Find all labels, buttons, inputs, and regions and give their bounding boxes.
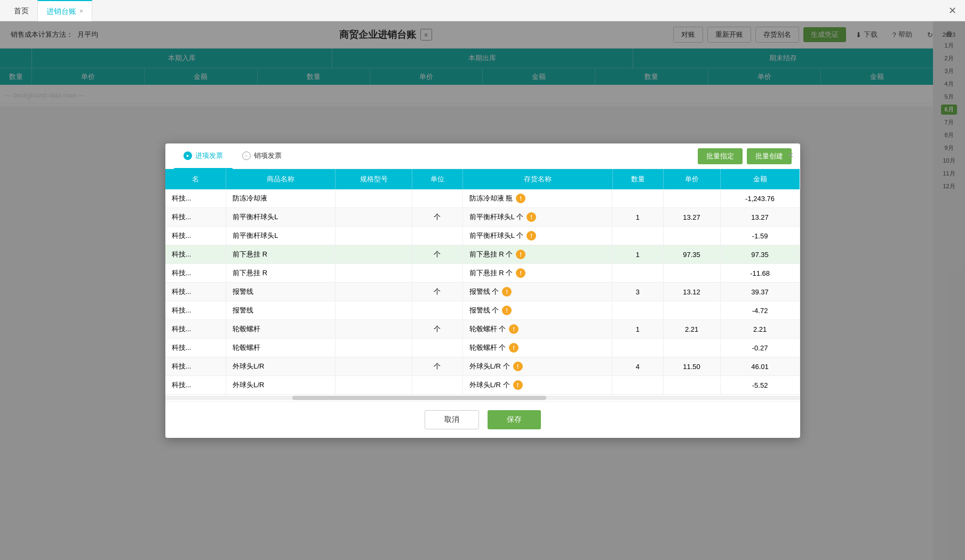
- top-bar: 首页 进销台账 × ✕: [0, 0, 965, 21]
- scrollbar-thumb[interactable]: [292, 396, 546, 400]
- table-row[interactable]: 科技...外球头L/R个外球头L/R 个!411.5046.01: [165, 357, 800, 376]
- col-product: 商品名称: [226, 169, 336, 189]
- tab-close-icon[interactable]: ×: [79, 1, 83, 22]
- table-row[interactable]: 科技...轮毂螺杆个轮毂螺杆 个!12.212.21: [165, 320, 800, 339]
- modal-tabs: ● 进项发票 ○ 销项发票: [174, 143, 291, 169]
- col-quantity: 数量: [612, 169, 663, 189]
- invoice-table: 名 商品名称 规格型号 单位 存货名称 数量 单价 金额 科技...防冻冷却液防…: [165, 169, 800, 395]
- main-content: 销售成本计算方法： 月平均 商贸企业进销台账 ≡ 对账 重新开账 存货别名 生成…: [0, 21, 965, 560]
- warning-icon: !: [527, 231, 536, 241]
- col-inventory: 存货名称: [462, 169, 612, 189]
- table-row[interactable]: 科技...前平衡杆球头L前平衡杆球头L 个!-1.59: [165, 227, 800, 245]
- incoming-tab-label: 进项发票: [195, 143, 223, 169]
- window-close-button[interactable]: ✕: [948, 5, 956, 17]
- table-row[interactable]: 科技...外球头L/R外球头L/R 个!-5.52: [165, 376, 800, 395]
- modal-overlay: ● 进项发票 ○ 销项发票 批量指定 批量创建 ×: [0, 21, 965, 560]
- modal-footer: 取消 保存: [165, 401, 800, 438]
- col-name: 名: [165, 169, 226, 189]
- warning-icon: !: [509, 324, 519, 334]
- table-row[interactable]: 科技...防冻冷却液防冻冷却液 瓶!-1,243.76: [165, 189, 800, 208]
- cancel-button[interactable]: 取消: [425, 410, 479, 429]
- active-tab-label: 进销台账: [46, 1, 76, 22]
- tab-home[interactable]: 首页: [5, 0, 37, 21]
- warning-icon: !: [502, 287, 512, 297]
- modal-close-button[interactable]: ×: [788, 150, 794, 161]
- warning-icon: !: [513, 380, 523, 390]
- warning-icon: !: [527, 212, 536, 222]
- warning-icon: !: [516, 250, 525, 259]
- horizontal-scrollbar[interactable]: [165, 396, 800, 400]
- table-row[interactable]: 科技...前下悬挂 R前下悬挂 R 个!-11.68: [165, 264, 800, 283]
- table-row[interactable]: 科技...报警线报警线 个!-4.72: [165, 301, 800, 320]
- warning-icon: !: [516, 268, 525, 278]
- warning-icon: !: [513, 362, 523, 371]
- table-row[interactable]: 科技...前平衡杆球头L个前平衡杆球头L 个!113.2713.27: [165, 208, 800, 227]
- warning-icon: !: [516, 194, 525, 203]
- outgoing-tab-label: 销项发票: [254, 143, 282, 169]
- col-unitprice: 单价: [663, 169, 720, 189]
- modal-header: ● 进项发票 ○ 销项发票 批量指定 批量创建 ×: [165, 143, 800, 169]
- table-row[interactable]: 科技...前下悬挂 R个前下悬挂 R 个!197.3597.35: [165, 245, 800, 264]
- modal-table-container[interactable]: 名 商品名称 规格型号 单位 存货名称 数量 单价 金额 科技...防冻冷却液防…: [165, 169, 800, 401]
- tab-outgoing-invoice[interactable]: ○ 销项发票: [233, 143, 291, 169]
- tab-active[interactable]: 进销台账 ×: [37, 0, 92, 21]
- col-amount: 金额: [720, 169, 800, 189]
- warning-icon: !: [502, 306, 512, 315]
- batch-create-button[interactable]: 批量创建: [747, 148, 792, 164]
- col-unit: 单位: [412, 169, 462, 189]
- col-spec: 规格型号: [336, 169, 412, 189]
- batch-assign-button[interactable]: 批量指定: [698, 148, 743, 164]
- incoming-tab-icon: ●: [184, 151, 192, 160]
- save-button[interactable]: 保存: [488, 410, 541, 429]
- outgoing-tab-icon: ○: [242, 151, 251, 160]
- table-row[interactable]: 科技...报警线个报警线 个!313.1239.37: [165, 283, 800, 301]
- table-row[interactable]: 科技...轮毂螺杆轮毂螺杆 个!-0.27: [165, 339, 800, 357]
- tab-incoming-invoice[interactable]: ● 进项发票: [174, 143, 233, 169]
- modal-header-actions: 批量指定 批量创建: [698, 148, 792, 164]
- modal-dialog: ● 进项发票 ○ 销项发票 批量指定 批量创建 ×: [165, 143, 800, 438]
- warning-icon: !: [509, 343, 519, 353]
